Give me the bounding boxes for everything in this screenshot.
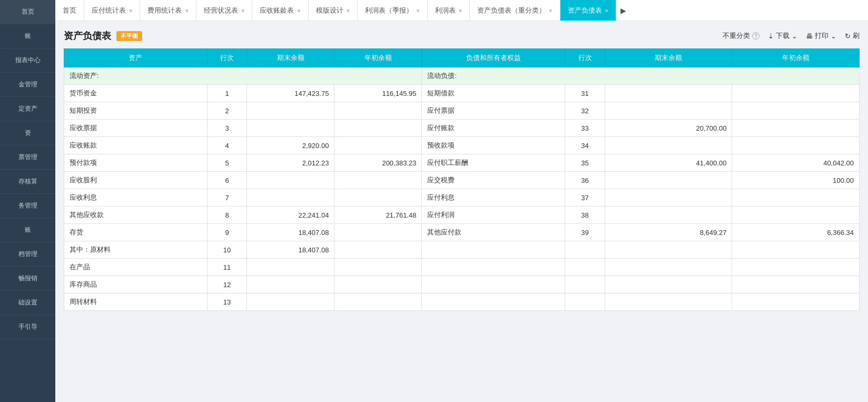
- right-end-balance: [605, 207, 732, 224]
- sidebar-label-expense: 畅报销: [18, 274, 37, 282]
- right-seq: 38: [565, 207, 605, 224]
- tab-ar-aging-close[interactable]: ×: [297, 7, 300, 14]
- sidebar-item-expense[interactable]: 畅报销: [0, 267, 55, 291]
- refresh-btn[interactable]: ↻ 刷: [845, 31, 860, 41]
- left-year-start: [334, 189, 422, 207]
- left-seq: 13: [207, 293, 247, 311]
- tab-expense-stats[interactable]: 费用统计表 ×: [140, 0, 196, 21]
- th-end-balance: 期末余额: [247, 49, 334, 67]
- sidebar-label-ledger: 账: [25, 226, 31, 233]
- tab-home[interactable]: 首页: [55, 0, 84, 21]
- sidebar-item-guide[interactable]: 手引导: [0, 315, 55, 339]
- no-reclassify-label: 不重分类: [723, 31, 750, 41]
- section-right-label: 流动负债:: [422, 67, 860, 85]
- sidebar-item-fixed-assets[interactable]: 定资产: [0, 97, 55, 121]
- left-end-balance: 147,423.75: [247, 85, 334, 102]
- sidebar-item-capital[interactable]: 资: [0, 121, 55, 145]
- sidebar-item-ticket[interactable]: 票管理: [0, 145, 55, 170]
- tab-ar-aging-label: 应收账龄表: [260, 6, 294, 15]
- left-seq: 5: [207, 154, 247, 172]
- tab-ar-aging[interactable]: 应收账龄表 ×: [252, 0, 308, 21]
- tab-operations-close[interactable]: ×: [241, 7, 244, 14]
- tab-expense-stats-close[interactable]: ×: [185, 7, 188, 14]
- left-year-start: [334, 137, 422, 154]
- tab-balance[interactable]: 资产负债表 ×: [560, 0, 616, 21]
- tab-expense-stats-label: 费用统计表: [147, 6, 182, 15]
- table-row: 应收账款 4 2,920.00 预收款项 34: [64, 137, 860, 154]
- download-btn[interactable]: ⇣ 下载 ⌄: [768, 31, 797, 41]
- sidebar-item-account[interactable]: 账: [0, 24, 55, 48]
- right-end-balance: [605, 85, 732, 102]
- right-end-balance: [605, 189, 732, 207]
- tab-nav-right[interactable]: ▶: [616, 6, 630, 15]
- tab-balance-reclassified[interactable]: 资产负债表（重分类） ×: [470, 0, 560, 21]
- sidebar-item-report[interactable]: 报表中心: [0, 48, 55, 73]
- right-seq: [565, 241, 605, 259]
- sidebar-item-settings[interactable]: 础设置: [0, 291, 55, 315]
- left-year-start: [334, 102, 422, 120]
- left-year-start: [334, 259, 422, 276]
- right-year-start: [732, 137, 860, 154]
- sidebar-label-guide: 手引导: [18, 323, 37, 330]
- left-end-balance: 18,407.08: [247, 241, 334, 259]
- table-row: 应收票据 3 应付账款 33 20,700.00: [64, 120, 860, 137]
- right-end-balance: [605, 276, 732, 293]
- tab-profit-quarterly-close[interactable]: ×: [416, 7, 419, 14]
- main-area: 首页 应付统计表 × 费用统计表 × 经营状况表 × 应收账龄表 × 模版设计 …: [55, 0, 868, 402]
- page-header: 资产负债表 不平衡 不重分类 ? ⇣ 下载 ⌄ 🖶 打印 ⌄: [64, 30, 860, 42]
- left-end-balance: 18,407.08: [247, 224, 334, 241]
- sidebar-item-archive[interactable]: 档管理: [0, 242, 55, 267]
- left-year-start: [334, 276, 422, 293]
- left-year-start: [334, 224, 422, 241]
- sidebar-label-account: 账: [25, 32, 31, 40]
- tab-balance-reclassified-close[interactable]: ×: [549, 7, 552, 14]
- right-seq: 32: [565, 102, 605, 120]
- table-row: 存货 9 18,407.08 其他应付款 39 8,649.27 6,366.3…: [64, 224, 860, 241]
- sidebar-item-inventory[interactable]: 存核算: [0, 170, 55, 194]
- tab-template-close[interactable]: ×: [347, 7, 350, 14]
- tab-operations[interactable]: 经营状况表 ×: [196, 0, 252, 21]
- tab-profit-quarterly[interactable]: 利润表（季报） ×: [358, 0, 427, 21]
- question-icon[interactable]: ?: [752, 32, 760, 40]
- sidebar-item-tax[interactable]: 务管理: [0, 194, 55, 218]
- tab-balance-close[interactable]: ×: [605, 7, 608, 14]
- right-name: 应付职工薪酬: [422, 154, 565, 172]
- left-end-balance: [247, 189, 334, 207]
- tab-profit[interactable]: 利润表 ×: [428, 0, 470, 21]
- left-seq: 1: [207, 85, 247, 102]
- left-name: 在产品: [64, 259, 208, 276]
- sidebar-item-home[interactable]: 首页: [0, 0, 55, 24]
- right-year-start: [732, 293, 860, 311]
- right-end-balance: 8,649.27: [605, 224, 732, 241]
- sidebar-item-ledger[interactable]: 账: [0, 218, 55, 242]
- right-seq: 39: [565, 224, 605, 241]
- left-seq: 3: [207, 120, 247, 137]
- no-reclassify-btn[interactable]: 不重分类 ?: [723, 31, 760, 41]
- print-btn[interactable]: 🖶 打印 ⌄: [806, 31, 836, 41]
- tab-ap-stats-close[interactable]: ×: [129, 7, 132, 14]
- page-title: 资产负债表: [64, 30, 111, 42]
- left-seq: 9: [207, 224, 247, 241]
- content-area: 资产负债表 不平衡 不重分类 ? ⇣ 下载 ⌄ 🖶 打印 ⌄: [55, 21, 868, 402]
- tab-ap-stats[interactable]: 应付统计表 ×: [84, 0, 140, 21]
- left-name: 货币资金: [64, 85, 208, 102]
- tab-template[interactable]: 模版设计 ×: [309, 0, 358, 21]
- left-end-balance: [247, 172, 334, 189]
- left-name: 存货: [64, 224, 208, 241]
- print-arrow-icon: ⌄: [831, 32, 836, 40]
- left-name: 其中：原材料: [64, 241, 208, 259]
- tab-profit-close[interactable]: ×: [459, 7, 462, 14]
- right-name: 应付利润: [422, 207, 565, 224]
- right-end-balance: [605, 259, 732, 276]
- sidebar-item-cash[interactable]: 金管理: [0, 73, 55, 97]
- sidebar-label-settings: 础设置: [18, 299, 37, 306]
- left-name: 其他应收款: [64, 207, 208, 224]
- right-name: 应付账款: [422, 120, 565, 137]
- left-name: 周转材料: [64, 293, 208, 311]
- right-name: [422, 293, 565, 311]
- right-seq: 31: [565, 85, 605, 102]
- table-row: 在产品 11: [64, 259, 860, 276]
- right-year-start: [732, 207, 860, 224]
- th-year-start2: 年初余额: [732, 49, 860, 67]
- sidebar-label-capital: 资: [25, 129, 31, 136]
